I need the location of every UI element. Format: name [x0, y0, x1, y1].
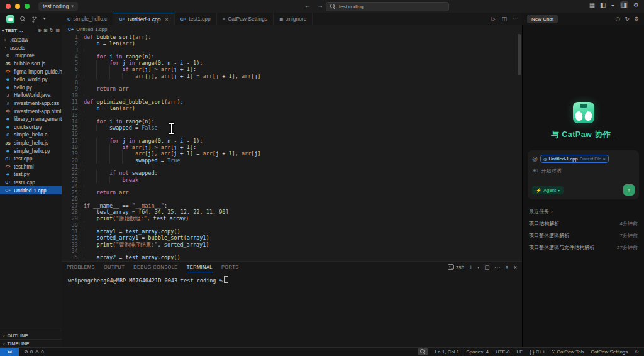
agent-mode-selector[interactable]: ⚡ Agent ▾ — [532, 186, 564, 194]
code-line-19[interactable]: 19arr[j], arr[j + 1] = arr[j + 1], arr[j… — [62, 150, 522, 157]
code-line-24[interactable]: 24 — [62, 183, 522, 189]
manage-gear-icon[interactable]: ⚙ — [633, 1, 639, 8]
code-line-8[interactable]: 8 — [62, 79, 522, 86]
command-center-search[interactable]: test coding — [326, 2, 449, 11]
new-file-icon[interactable]: ⊕ — [37, 28, 42, 33]
file-item-.catpaw[interactable]: ›.catpaw — [0, 36, 62, 44]
code-line-13[interactable]: 13 — [62, 112, 522, 118]
tab-Untitled-1.cpp[interactable]: C+Untitled-1.cpp× — [113, 13, 174, 25]
maximize-panel-icon[interactable]: ∧ — [505, 264, 509, 270]
code-line-25[interactable]: 25return arr — [62, 189, 522, 196]
minimize-window-button[interactable] — [15, 4, 20, 9]
shell-indicator[interactable]: >_ zsh — [448, 264, 465, 270]
code-line-23[interactable]: 23break — [62, 177, 522, 183]
code-line-3[interactable]: 3 — [62, 47, 522, 53]
refresh-explorer-icon[interactable]: ↻ — [50, 28, 54, 33]
run-code-icon[interactable]: ▷ — [492, 16, 496, 22]
file-item-simple_hello.js[interactable]: JSsimple_hello.js — [0, 139, 62, 147]
file-item-bubble-sort.js[interactable]: JSbubble-sort.js — [0, 60, 62, 68]
panel-more-icon[interactable]: ⋯ — [494, 264, 500, 270]
encoding-indicator[interactable]: UTF-8 — [496, 349, 510, 355]
code-line-34[interactable]: 34 — [62, 248, 522, 254]
file-item-Untitled-1.cpp[interactable]: C+Untitled-1.cpp — [0, 186, 62, 194]
code-line-35[interactable]: 35array2 = test_array.copy() — [62, 254, 522, 260]
tab-simple_hello.c[interactable]: Csimple_hello.c — [62, 13, 113, 25]
current-file-chip[interactable]: ◷ Untitled-1.cpp Current File × — [540, 155, 609, 163]
panel-tab-terminal[interactable]: TERMINAL — [187, 262, 213, 272]
file-item-figma-import-guide.h…[interactable]: <>figma-import-guide.h… — [0, 67, 62, 75]
cursor-position[interactable]: Ln 1, Col 1 — [435, 349, 460, 355]
close-panel-icon[interactable]: × — [514, 264, 517, 270]
customize-layout-icon[interactable]: ▦ — [589, 1, 595, 8]
code-line-17[interactable]: 17for j in range(0, n - i - 1): — [62, 138, 522, 144]
catpaw-tab-toggle[interactable]: ∵ CatPaw Tab — [552, 349, 584, 355]
new-folder-icon[interactable]: ⊞ — [43, 28, 48, 33]
zoom-window-button[interactable] — [25, 4, 30, 9]
workspace-menu[interactable]: test coding ▾ — [38, 2, 78, 11]
file-item-assets[interactable]: ›assets — [0, 44, 62, 52]
mention-icon[interactable]: @ — [532, 156, 538, 162]
code-line-4[interactable]: 4for i in range(n): — [62, 53, 522, 60]
code-line-16[interactable]: 16 — [62, 131, 522, 137]
close-window-button[interactable] — [6, 4, 11, 9]
code-line-2[interactable]: 2n = len(arr) — [62, 40, 522, 47]
panel-tab-output[interactable]: OUTPUT — [104, 262, 125, 272]
chip-close-icon[interactable]: × — [603, 157, 606, 161]
chat-history-icon[interactable]: ◷ — [616, 16, 621, 22]
code-line-5[interactable]: 5for j in range(0, n - i - 1): — [62, 60, 522, 66]
forward-button[interactable]: → — [317, 2, 323, 9]
code-line-11[interactable]: 11def optimized_bubble_sort(arr): — [62, 99, 522, 105]
recent-task-item[interactable]: 项目结构解析4分钟前 — [529, 220, 638, 227]
recent-task-item[interactable]: 项目整体逻辑与文件结构解析27分钟前 — [529, 244, 638, 251]
split-terminal-icon[interactable]: ◫ — [484, 264, 489, 270]
recent-task-item[interactable]: 项目整体逻辑解析7分钟前 — [529, 232, 638, 239]
file-item-hello_world.py[interactable]: ◆hello_world.py — [0, 75, 62, 84]
code-line-28[interactable]: 28test_array = [64, 34, 25, 12, 22, 11, … — [62, 209, 522, 215]
code-line-30[interactable]: 30 — [62, 222, 522, 228]
recent-tasks-header[interactable]: 最近任务 › — [529, 208, 638, 215]
toggle-secondary-sidebar-icon[interactable]: ◨ — [620, 1, 628, 8]
panel-tab-ports[interactable]: PORTS — [221, 262, 239, 272]
chat-settings-gear-icon[interactable]: ⚙ — [634, 16, 639, 22]
file-item-investment-app.html[interactable]: <>investment-app.html — [0, 107, 62, 115]
send-button[interactable]: ↑ — [623, 184, 635, 196]
source-control-icon[interactable] — [31, 16, 38, 23]
code-line-7[interactable]: 7arr[j], arr[j + 1] = arr[j + 1], arr[j] — [62, 73, 522, 79]
file-item-simple_hello.py[interactable]: ◆simple_hello.py — [0, 147, 62, 155]
chat-input-card[interactable]: @ ◷ Untitled-1.cpp Current File × ⌘L 开始对… — [528, 150, 639, 199]
chat-reload-icon[interactable]: ↻ — [625, 16, 630, 22]
code-line-14[interactable]: 14for i in range(n): — [62, 118, 522, 125]
search-view-icon[interactable] — [20, 16, 26, 22]
eol-indicator[interactable]: LF — [517, 349, 523, 355]
file-item-quicksort.py[interactable]: ◆quicksort.py — [0, 123, 62, 131]
code-line-31[interactable]: 31array1 = test_array.copy() — [62, 228, 522, 235]
new-terminal-icon[interactable]: + — [469, 264, 472, 270]
toggle-panel-icon[interactable]: ◒ — [611, 1, 615, 8]
file-item-simple_hello.c[interactable]: Csimple_hello.c — [0, 131, 62, 139]
outline-section[interactable]: › OUTLINE — [0, 331, 62, 339]
timeline-section[interactable]: › TIMELINE — [0, 339, 62, 347]
breadcrumb[interactable]: C+ Untitled-1.cpp — [62, 25, 522, 33]
more-actions-icon[interactable]: ⋯ — [513, 16, 518, 22]
code-line-27[interactable]: 27if __name__ == "__main__": — [62, 203, 522, 209]
bell-icon[interactable]: ↻ — [635, 349, 639, 355]
code-editor[interactable]: C+ Untitled-1.cpp 1def bubble_sort(arr):… — [62, 25, 522, 261]
split-editor-icon[interactable]: ◫ — [501, 16, 507, 22]
close-tab-icon[interactable]: × — [165, 16, 169, 23]
language-mode[interactable]: { } C++ — [530, 349, 545, 355]
explorer-section-header[interactable]: ▾ TEST … ⊕ ⊞ ↻ ⊟ — [0, 25, 62, 35]
file-item-test1.cpp[interactable]: C+test1.cpp — [0, 179, 62, 187]
problems-indicator[interactable]: ⊘ 0 ⚠ 0 — [24, 349, 44, 355]
toggle-primary-sidebar-icon[interactable]: ◧ — [600, 1, 606, 8]
code-line-1[interactable]: 1def bubble_sort(arr): — [62, 34, 522, 40]
code-line-9[interactable]: 9return arr — [62, 86, 522, 92]
remote-indicator[interactable]: >< — [0, 348, 19, 356]
zoom-indicator[interactable] — [418, 348, 428, 355]
terminal-output[interactable]: weipengcheng04@MBP-M67G46421D-0043 test … — [62, 272, 522, 284]
file-item-test.html[interactable]: <>test.html — [0, 163, 62, 171]
file-item-test.cpp[interactable]: C+test.cpp — [0, 155, 62, 163]
panel-tab-problems[interactable]: PROBLEMS — [67, 262, 95, 272]
file-item-.mignore[interactable]: ⊘.mignore — [0, 52, 62, 60]
code-line-15[interactable]: 15swapped = False — [62, 125, 522, 131]
code-line-33[interactable]: 33print("冒泡排序结果:", sorted_array1) — [62, 242, 522, 248]
